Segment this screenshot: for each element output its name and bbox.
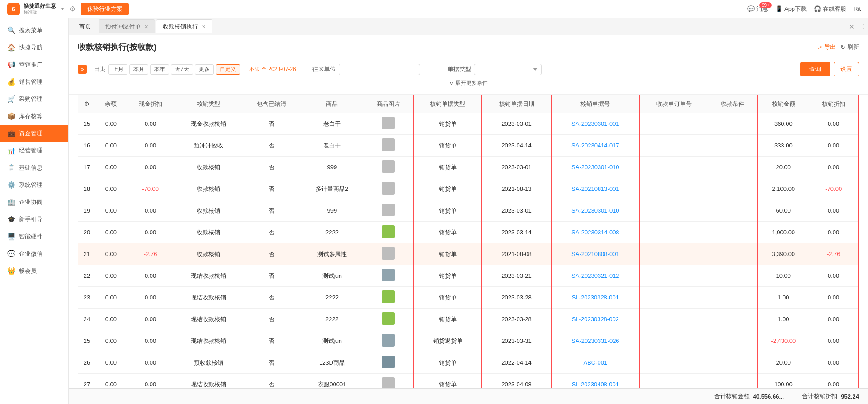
- purchase-icon: 🛒: [7, 95, 15, 103]
- sidebar-item-wechat[interactable]: 💬 企业微信: [0, 245, 68, 262]
- cell-cash-discount: -70.00: [126, 178, 175, 200]
- cell-payment-terms: [708, 200, 758, 222]
- tab-home[interactable]: 首页: [72, 20, 98, 33]
- voucher-no-link[interactable]: SL-20230328-002: [572, 316, 619, 323]
- expand-collapse-icon[interactable]: »: [78, 65, 87, 74]
- sidebar-item-purchase[interactable]: 🛒 采购管理: [0, 90, 68, 108]
- query-button[interactable]: 查询: [800, 62, 830, 76]
- industry-btn[interactable]: 休验行业方案: [81, 3, 129, 15]
- sidebar-item-search[interactable]: 🔍 搜索菜单: [0, 22, 68, 39]
- partner-input[interactable]: [339, 64, 420, 75]
- cell-verify-type: 现结收款核销: [175, 265, 242, 287]
- sidebar-item-marketing[interactable]: 📢 营销推广: [0, 56, 68, 73]
- cell-collection-order-no: [640, 352, 708, 374]
- cell-voucher-bill-type: 销货单: [413, 113, 482, 135]
- voucher-no-link[interactable]: SA-20230301-001: [571, 120, 619, 127]
- th-collection-order-no: 收款单订单号: [640, 95, 708, 113]
- date-btn-7days[interactable]: 近7天: [171, 64, 193, 75]
- tab-collection-close-icon[interactable]: ✕: [202, 24, 206, 30]
- voucher-no-link[interactable]: SA-20210813-001: [571, 185, 619, 192]
- cell-collection-order-no: [640, 113, 708, 135]
- voucher-no-link[interactable]: SA-20230314-008: [571, 229, 619, 236]
- tab-prepay[interactable]: 预付冲应付单 ✕: [99, 19, 155, 33]
- table-row: 24 0.00 0.00 现结收款核销 否 2222 销货单 2023-03-2…: [78, 309, 859, 330]
- voucher-no-link[interactable]: SL-20230408-001: [572, 381, 619, 388]
- voucher-type-select[interactable]: [474, 64, 542, 75]
- cell-verify-discount: 0.00: [809, 222, 859, 243]
- cell-voucher-bill-no: SA-20230414-017: [551, 135, 640, 157]
- cell-voucher-bill-date: 2021-08-08: [482, 243, 551, 265]
- cell-balance: 0.00: [96, 113, 126, 135]
- main-area: 首页 预付冲应付单 ✕ 收款核销执行 ✕ ✕ ⛶ 收款核销执行(按收款): [69, 18, 868, 404]
- date-btn-more[interactable]: 更多: [195, 64, 214, 75]
- date-btn-last-month[interactable]: 上月: [108, 64, 127, 75]
- voucher-no-link[interactable]: SA-20210808-001: [571, 251, 619, 257]
- logo-dropdown-arrow[interactable]: ▾: [61, 6, 64, 11]
- export-button[interactable]: ↗ 导出: [817, 43, 836, 51]
- sidebar-item-nav[interactable]: 🏠 快捷导航: [0, 39, 68, 56]
- voucher-no-link[interactable]: SA-20230301-010: [571, 164, 619, 171]
- partner-dots-icon[interactable]: ...: [423, 65, 431, 73]
- message-icon-wrap[interactable]: 💬 消息 99+: [747, 5, 768, 13]
- cell-balance: 0.00: [96, 178, 126, 200]
- cell-product-img: [363, 178, 413, 200]
- date-btn-this-month[interactable]: 本月: [129, 64, 148, 75]
- cell-balance: 0.00: [96, 243, 126, 265]
- cell-verify-discount: 0.00: [809, 135, 859, 157]
- sidebar-item-operation[interactable]: 📊 经营管理: [0, 142, 68, 159]
- sidebar-item-corp[interactable]: 🏢 企业协同: [0, 194, 68, 211]
- page-title: 收款核销执行(按收款): [78, 42, 156, 52]
- expand-conditions-btn[interactable]: ∨ 展开更多条件: [449, 79, 488, 87]
- th-payment-terms: 收款条件: [708, 95, 758, 113]
- sidebar-item-sales[interactable]: 💰 销售管理: [0, 73, 68, 90]
- cell-balance: 0.00: [96, 309, 126, 330]
- cell-voucher-bill-type: 销货单: [413, 243, 482, 265]
- refresh-button[interactable]: ↻ 刷新: [840, 43, 859, 51]
- sidebar-item-guide[interactable]: 🎓 新手引导: [0, 211, 68, 228]
- voucher-no-link[interactable]: SA-20230301-010: [571, 207, 619, 214]
- top-bar: 6 畅捷通好生意 标准版 ▾ ⚙ 休验行业方案 💬 消息 99+ 📱 App下载…: [0, 0, 868, 18]
- sidebar-item-inventory[interactable]: 📦 库存核算: [0, 108, 68, 125]
- voucher-no-link[interactable]: SA-20230331-026: [571, 337, 619, 344]
- table-header: ⚙ 余额 现金折扣 核销类型 包含已结清 商品 商品图片 核销单据类型 核销单据…: [78, 95, 859, 113]
- date-btn-this-year[interactable]: 本年: [150, 64, 169, 75]
- voucher-no-link[interactable]: SA-20230321-012: [571, 272, 619, 279]
- inventory-icon: 📦: [7, 112, 15, 120]
- date-filter-label: 日期: [94, 65, 106, 73]
- cell-product: 2222: [300, 287, 363, 309]
- cell-collection-order-no: [640, 178, 708, 200]
- cell-verify-type: 现结收款核销: [175, 309, 242, 330]
- th-verify-discount: 核销折扣: [809, 95, 859, 113]
- cell-voucher-bill-type: 销货单: [413, 265, 482, 287]
- sidebar-item-finance[interactable]: 💼 资金管理: [0, 125, 68, 142]
- settings-gear-icon[interactable]: ⚙: [69, 5, 75, 13]
- window-maximize-icon[interactable]: ⛶: [858, 23, 864, 30]
- setting-button[interactable]: 设置: [834, 62, 859, 76]
- table-row: 17 0.00 0.00 收款核销 否 999 销货单 2023-03-01 S…: [78, 157, 859, 178]
- app-download-link[interactable]: 📱 App下载: [775, 5, 807, 13]
- tab-prepay-close-icon[interactable]: ✕: [144, 24, 148, 30]
- online-service-link[interactable]: 🎧 在线客服: [814, 5, 846, 13]
- cell-voucher-bill-type: 销货单: [413, 178, 482, 200]
- cell-payment-terms: [708, 135, 758, 157]
- tab-collection[interactable]: 收款核销执行 ✕: [156, 19, 212, 33]
- voucher-no-link[interactable]: SL-20230328-001: [572, 294, 619, 301]
- sidebar-item-basic[interactable]: 📋 基础信息: [0, 159, 68, 176]
- cell-verify-amount: 360.00: [757, 113, 809, 135]
- voucher-no-link[interactable]: SA-20230414-017: [571, 142, 619, 149]
- th-include-settled: 包含已结清: [242, 95, 301, 113]
- th-settings[interactable]: ⚙: [78, 95, 96, 113]
- cell-verify-discount: 0.00: [809, 374, 859, 388]
- voucher-no-link[interactable]: ABC-001: [583, 359, 607, 366]
- sidebar-item-member[interactable]: 👑 畅会员: [0, 262, 68, 280]
- cell-seq: 17: [78, 157, 96, 178]
- cell-payment-terms: [708, 243, 758, 265]
- cell-cash-discount: 0.00: [126, 157, 175, 178]
- window-close-icon[interactable]: ✕: [849, 23, 854, 30]
- date-btn-custom[interactable]: 自定义: [216, 64, 240, 75]
- cell-voucher-bill-no: ABC-001: [551, 352, 640, 374]
- sidebar-item-hardware[interactable]: 🖥️ 智能硬件: [0, 228, 68, 245]
- sidebar-item-system[interactable]: ⚙️ 系统管理: [0, 176, 68, 194]
- logo-text: 畅捷通好生意: [24, 3, 56, 9]
- page-header-actions: ↗ 导出 ↻ 刷新: [817, 43, 859, 51]
